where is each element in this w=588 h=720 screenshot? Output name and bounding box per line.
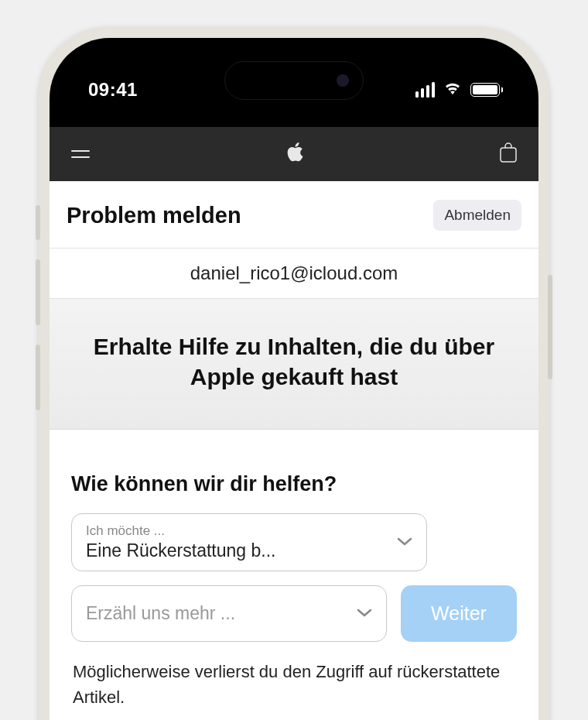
- select-placeholder: Erzähl uns mehr ...: [86, 603, 347, 624]
- select-label: Ich möchte ...: [86, 523, 388, 539]
- hero-section: Erhalte Hilfe zu Inhalten, die du über A…: [50, 299, 538, 430]
- page-title: Problem melden: [67, 203, 241, 228]
- select-value: Eine Rückerstattung b...: [86, 540, 388, 561]
- status-time: 09:41: [88, 79, 138, 101]
- battery-icon: [470, 83, 500, 97]
- next-button[interactable]: Weiter: [401, 585, 517, 642]
- status-icons: [415, 81, 501, 99]
- page-content: Problem melden Abmelden daniel_rico1@icl…: [50, 181, 538, 720]
- dynamic-island: [224, 61, 364, 100]
- request-type-select[interactable]: Ich möchte ... Eine Rückerstattung b...: [71, 513, 427, 571]
- shopping-bag-icon[interactable]: [500, 142, 517, 166]
- help-form: Wie können wir dir helfen? Ich möchte ..…: [50, 430, 538, 720]
- phone-screen: 09:41: [50, 38, 538, 720]
- nav-bar: [50, 127, 538, 181]
- details-select[interactable]: Erzähl uns mehr ...: [71, 585, 387, 642]
- cellular-signal-icon: [415, 82, 436, 98]
- phone-side-button: [36, 205, 40, 240]
- wifi-icon: [443, 81, 463, 99]
- apple-logo-icon[interactable]: [285, 141, 305, 167]
- phone-frame: 09:41: [39, 27, 549, 720]
- status-bar: 09:41: [50, 38, 538, 127]
- form-footnote: Möglicherweise verlierst du den Zugriff …: [71, 659, 517, 710]
- account-email: daniel_rico1@icloud.com: [50, 249, 538, 299]
- page-header: Problem melden Abmelden: [50, 181, 538, 249]
- chevron-down-icon: [397, 536, 412, 550]
- hero-title: Erhalte Hilfe zu Inhalten, die du über A…: [71, 331, 517, 392]
- phone-power-button: [548, 275, 552, 379]
- chevron-down-icon: [357, 607, 372, 621]
- signout-button[interactable]: Abmelden: [433, 200, 521, 231]
- phone-volume-down: [36, 345, 40, 410]
- form-row: Erzähl uns mehr ... Weiter: [71, 585, 517, 642]
- phone-volume-up: [36, 259, 40, 325]
- menu-icon[interactable]: [71, 150, 90, 158]
- form-heading: Wie können wir dir helfen?: [71, 472, 517, 496]
